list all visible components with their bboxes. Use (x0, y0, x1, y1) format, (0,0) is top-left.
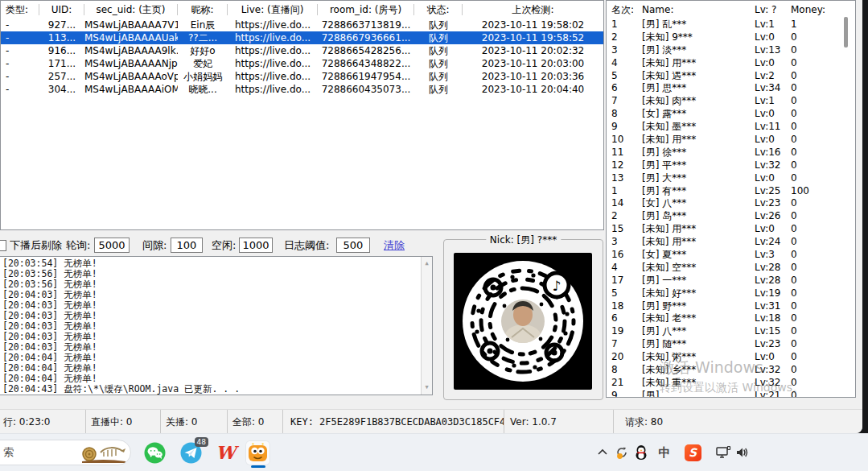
table-row[interactable]: -916...MS4wLjABAAAA9lk...好好ohttps://live… (1, 44, 603, 57)
rank-cell-rank: 7 (607, 95, 642, 108)
rank-cell-money: 0 (791, 390, 855, 398)
status-item: KEY: 2F5E289F1B837BCECDABA03D3C185CF4 (283, 410, 504, 433)
rank-row[interactable]: 6[男] 思***Lv:340 (607, 82, 855, 95)
table-cell: 7288661947954... (318, 71, 414, 82)
poll-interval-label: 轮询: (66, 238, 90, 252)
rank-row[interactable]: 4[未知] 空***Lv:280 (607, 262, 855, 275)
table-row[interactable]: -927...MS4wLjABAAAA7V1...Ein辰https://liv… (1, 19, 603, 31)
log-area[interactable]: [20:03:54] 无榜单![20:03:56] 无榜单![20:03:56]… (0, 256, 433, 395)
remove-after-offline-checkbox[interactable] (0, 240, 6, 251)
rank-cell-money: 0 (791, 95, 855, 108)
rank-row[interactable]: 13[男] 大***Lv:00 (607, 172, 855, 185)
table-cell: https://live.do... (228, 84, 318, 95)
rank-row[interactable]: 7[未知] 肉***Lv:10 (607, 95, 855, 108)
tray-network-display-icon[interactable] (714, 444, 732, 461)
rank-cell-name: [未知] 用*** (642, 223, 755, 236)
column-header[interactable]: room_id: (房号) (318, 4, 414, 15)
rank-cell-money: 100 (791, 185, 855, 198)
table-cell: MS4wLjABAAAAiOM... (84, 84, 178, 95)
rank-row[interactable]: 15[未知] 用***Lv:00 (607, 223, 855, 236)
rank-row[interactable]: 3[未知] 用***Lv:240 (607, 236, 855, 249)
table-cell: 爱妃 (178, 57, 228, 71)
rank-row[interactable]: 2[男] 岛***Lv:260 (607, 210, 855, 223)
tray-qq-icon[interactable] (632, 444, 650, 461)
rank-row[interactable]: 12[男] 平***Lv:320 (607, 159, 855, 172)
rank-row[interactable]: 5[未知] 遇***Lv:20 (607, 70, 855, 83)
table-cell: - (1, 19, 39, 31)
column-header[interactable]: sec_uid: (主页) (84, 4, 178, 15)
rank-cell-rank: 1 (607, 185, 642, 198)
rank-cell-name: [男] 一*** (642, 275, 755, 287)
rank-row[interactable]: 1[男] 有***Lv:25100 (607, 185, 855, 198)
rank-cell-name: [男] ... (642, 390, 755, 398)
telegram-icon[interactable]: 48 (179, 441, 203, 465)
rank-row[interactable]: 20[未知] 粥***Lv:00 (607, 351, 855, 364)
column-header[interactable]: 上次检测: (463, 4, 603, 15)
rank-row[interactable]: 8[未知] 乡***Lv:320 (607, 364, 855, 377)
rank-row[interactable]: 9[男] ...Lv:210 (607, 390, 855, 398)
column-header[interactable]: 昵称: (178, 4, 228, 15)
scroll-down-icon[interactable]: ▼ (425, 382, 428, 393)
tray-speaker-icon[interactable] (733, 444, 751, 461)
wechat-icon[interactable] (143, 441, 167, 465)
log-threshold-input[interactable] (336, 238, 370, 253)
rank-cell-level: Lv:25 (755, 185, 791, 198)
rank-row[interactable]: 4[未知] 用***Lv:00 (607, 57, 855, 70)
column-header[interactable]: UID: (39, 4, 84, 15)
rank-cell-name: [男] 淡*** (642, 44, 755, 57)
clear-log-link[interactable]: 清除 (384, 238, 405, 252)
live-monitor-app-icon[interactable] (246, 441, 269, 465)
poll-interval-input[interactable] (94, 238, 130, 253)
tray-chevron-up-icon[interactable] (594, 444, 611, 461)
log-scrollbar[interactable]: ▲ ▼ (421, 257, 432, 395)
rank-row[interactable]: 1[男] 乱***Lv:11 (607, 19, 855, 31)
column-header[interactable]: 类型: (1, 4, 39, 15)
rank-row[interactable]: 6[未知] 老***Lv:180 (607, 312, 855, 325)
rank-scrollbar-thumb[interactable] (844, 17, 848, 48)
wps-icon[interactable]: W (214, 441, 237, 465)
rank-row[interactable]: 5[未知] 好***Lv:190 (607, 287, 855, 300)
rank-row[interactable]: 2[未知] 9***Lv:00 (607, 31, 855, 44)
rank-row[interactable]: 18[男] 野***Lv:310 (607, 300, 855, 313)
column-header[interactable]: Live: (直播间) (228, 4, 318, 15)
rank-cell-name: [女] 露*** (642, 108, 755, 121)
rank-row[interactable]: 3[男] 淡***Lv:130 (607, 44, 855, 57)
qr-pattern-icon: ♪ (463, 261, 583, 382)
rank-row[interactable]: 10[未知] 用***Lv:00 (607, 134, 855, 147)
gap-input[interactable] (171, 238, 203, 253)
rank-cell-name: [男] 岛*** (642, 210, 755, 223)
rank-row[interactable]: 8[女] 露***Lv:00 (607, 108, 855, 121)
table-row[interactable]: -304...MS4wLjABAAAAiOM...晓晓...https://li… (1, 83, 603, 96)
table-cell: https://live.do... (228, 32, 318, 43)
rank-row[interactable]: 21[未知] 重***Lv:320 (607, 377, 855, 390)
rank-row[interactable]: 9[未知] 墨***Lv:110 (607, 121, 855, 134)
column-header[interactable]: 状态: (414, 4, 463, 15)
tray-sync-icon[interactable] (613, 444, 631, 461)
table-cell: 7288660435073... (318, 84, 414, 95)
rank-row[interactable]: 11[男] 徐***Lv:160 (607, 147, 855, 159)
table-cell: 257... (39, 71, 84, 82)
taskbar-search-box[interactable]: 索 (0, 440, 131, 465)
rank-row[interactable]: 7[男] 随***Lv:230 (607, 338, 855, 351)
rank-cell-level: Lv:19 (755, 287, 791, 300)
tray-sogou-icon[interactable]: S (684, 444, 701, 461)
rank-row[interactable]: 16[女] 夏***Lv:30 (607, 249, 855, 262)
rank-cell-rank: 11 (607, 147, 642, 159)
rank-row[interactable]: 19[男] 八***Lv:150 (607, 325, 855, 338)
table-cell: MS4wLjABAAAAoVp... (84, 71, 178, 82)
rank-cell-rank: 15 (607, 223, 642, 236)
rank-panel: 名次:Name:Lv: ?Money: 1[男] 乱***Lv:112[未知] … (606, 0, 856, 398)
rank-cell-level: Lv:1 (755, 95, 791, 108)
rank-row[interactable]: 17[男] 一***Lv:280 (607, 275, 855, 287)
table-row[interactable]: -171...MS4wLjABAAAANjp...爱妃https://live.… (1, 57, 603, 70)
rank-cell-level: Lv:34 (755, 82, 791, 95)
table-cell: Ein辰 (178, 19, 228, 32)
table-row[interactable]: -257...MS4wLjABAAAAoVp...小娟妈妈https://liv… (1, 70, 603, 83)
tray-ime-zh-icon[interactable]: 中 (656, 444, 673, 461)
table-row[interactable]: -113...MS4wLjABAAAAUak...??二...https://l… (1, 31, 603, 44)
idle-input[interactable] (239, 238, 273, 253)
table-header-row: 类型:UID:sec_uid: (主页)昵称:Live: (直播间)room_i… (1, 1, 603, 19)
rank-cell-name: [男] 乱*** (642, 19, 755, 31)
rank-row[interactable]: 14[女] 八***Lv:230 (607, 197, 855, 210)
scroll-up-icon[interactable]: ▲ (425, 258, 428, 269)
